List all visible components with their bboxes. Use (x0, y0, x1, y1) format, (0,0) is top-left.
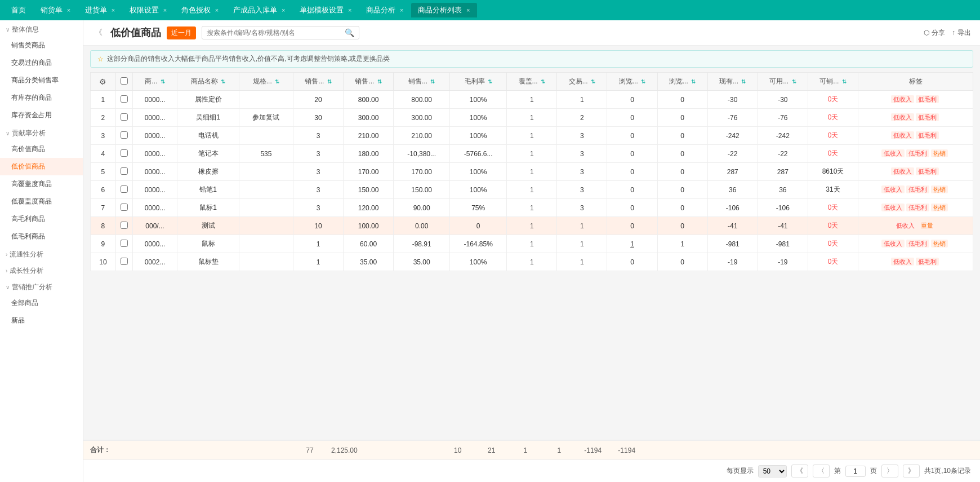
cell-browse1[interactable]: 0 (607, 109, 657, 127)
close-analysis-list-icon[interactable]: × (466, 7, 470, 14)
cell-checkbox[interactable] (115, 199, 132, 217)
col-avail[interactable]: 可用... ⇅ (758, 73, 808, 91)
cell-checkbox[interactable] (115, 235, 132, 253)
row-checkbox[interactable] (121, 222, 128, 229)
share-btn[interactable]: ⬡ 分享 (924, 28, 945, 38)
select-all-checkbox[interactable] (121, 77, 128, 85)
row-checkbox[interactable] (121, 240, 128, 247)
nav-goods-analysis[interactable]: 商品分析 × (359, 3, 410, 17)
cell-browse1[interactable]: 0 (607, 127, 657, 145)
sidebar-item-sales-goods[interactable]: 销售类商品 (0, 37, 83, 54)
col-sales1[interactable]: 销售... ⇅ (344, 73, 394, 91)
cell-browse1[interactable]: 0 (607, 91, 657, 109)
cell-checkbox[interactable] (115, 91, 132, 109)
nav-template[interactable]: 单据模板设置 × (293, 3, 358, 17)
row-checkbox[interactable] (121, 204, 128, 211)
nav-auth-settings[interactable]: 权限设置 × (123, 3, 173, 17)
row-checkbox[interactable] (121, 149, 128, 157)
page-size-select[interactable]: 50 100 200 (758, 465, 787, 477)
sidebar-group-marketing[interactable]: ∨ 营销推广分析 (0, 278, 83, 294)
cell-browse1[interactable]: 0 (607, 181, 657, 199)
close-role-icon[interactable]: × (215, 7, 219, 14)
sidebar-item-traded-goods[interactable]: 交易过的商品 (0, 54, 83, 72)
sidebar-item-low-margin[interactable]: 低毛利商品 (0, 228, 83, 245)
sidebar-item-stock-goods[interactable]: 有库存的商品 (0, 89, 83, 107)
col-spec[interactable]: 规格... ⇅ (239, 73, 293, 91)
sidebar-group-contribution[interactable]: ∨ 贡献率分析 (0, 124, 83, 140)
last-page-btn[interactable]: 》 (903, 465, 920, 477)
sidebar-item-low-value[interactable]: 低价值商品 (0, 158, 83, 175)
col-name[interactable]: 商品名称 ⇅ (177, 73, 239, 91)
col-sales-qty[interactable]: 销售... ⇅ (293, 73, 343, 91)
col-stock[interactable]: 现有... ⇅ (707, 73, 758, 91)
col-gross-rate[interactable]: 毛利率 ⇅ (450, 73, 507, 91)
sidebar-group-overall[interactable]: ∨ 整体信息 (0, 20, 83, 37)
first-page-btn[interactable]: 《 (791, 465, 808, 477)
date-filter-btn[interactable]: 近一月 (167, 26, 196, 39)
close-auth-icon[interactable]: × (163, 7, 167, 14)
sidebar-group-circulation[interactable]: › 流通性分析 (0, 245, 83, 262)
col-browse2[interactable]: 浏览... ⇅ (657, 73, 707, 91)
cell-browse1[interactable]: 0 (607, 163, 657, 181)
table-row: 8 000/... 测试 10 100.00 0.00 0 1 1 0 0 -4… (91, 217, 973, 235)
cell-checkbox[interactable] (115, 109, 132, 127)
sidebar-item-all-goods[interactable]: 全部商品 (0, 294, 83, 312)
close-storage-icon[interactable]: × (282, 7, 285, 14)
sidebar-item-category-rate[interactable]: 商品分类销售率 (0, 72, 83, 89)
cell-name: 测试 (177, 217, 239, 235)
col-trade[interactable]: 交易... ⇅ (557, 73, 607, 91)
settings-icon[interactable]: ⚙ (99, 77, 106, 86)
close-purchase-icon[interactable]: × (112, 7, 115, 14)
cell-browse1[interactable]: 0 (607, 217, 657, 235)
row-checkbox[interactable] (121, 131, 128, 139)
col-code[interactable]: 商... ⇅ (132, 73, 177, 91)
sidebar-item-high-coverage[interactable]: 高覆盖度商品 (0, 175, 83, 193)
nav-goods-analysis-list[interactable]: 商品分析列表 × (411, 3, 476, 17)
cell-checkbox[interactable] (115, 181, 132, 199)
cell-browse1[interactable]: 0 (607, 145, 657, 163)
col-checkbox-header[interactable] (115, 73, 132, 91)
cell-checkbox[interactable] (115, 217, 132, 235)
cell-browse1[interactable]: 0 (607, 199, 657, 217)
cell-browse1[interactable]: 1 (607, 235, 657, 253)
row-checkbox[interactable] (121, 258, 128, 265)
next-page-btn[interactable]: 〉 (881, 465, 898, 477)
sidebar-item-high-margin[interactable]: 高毛利商品 (0, 210, 83, 228)
cell-checkbox[interactable] (115, 163, 132, 181)
search-input[interactable] (207, 29, 342, 37)
cell-checkbox[interactable] (115, 145, 132, 163)
sidebar-item-stock-capital[interactable]: 库存资金占用 (0, 107, 83, 124)
nav-purchase[interactable]: 进货单 × (78, 3, 122, 17)
sidebar-item-high-value[interactable]: 高价值商品 (0, 140, 83, 158)
cell-browse1[interactable]: 0 (607, 253, 657, 271)
page-number-input[interactable] (845, 466, 866, 477)
cell-checkbox[interactable] (115, 253, 132, 271)
nav-role[interactable]: 角色授权 × (175, 3, 225, 17)
close-sales-icon[interactable]: × (67, 7, 70, 14)
col-sales2[interactable]: 销售... ⇅ (394, 73, 450, 91)
cell-code: 0002... (132, 253, 177, 271)
nav-product-storage[interactable]: 产成品入库单 × (226, 3, 292, 17)
row-checkbox[interactable] (121, 167, 128, 175)
nav-home[interactable]: 首页 (5, 3, 33, 17)
col-cover[interactable]: 覆盖... ⇅ (507, 73, 557, 91)
search-icon[interactable]: 🔍 (345, 28, 354, 37)
prev-page-btn[interactable]: 〈 (813, 465, 830, 477)
col-browse1[interactable]: 浏览... ⇅ (607, 73, 657, 91)
collapse-sidebar-btn[interactable]: 《 (92, 28, 105, 38)
cell-checkbox[interactable] (115, 127, 132, 145)
nav-sales[interactable]: 销货单 × (34, 3, 77, 17)
close-analysis-icon[interactable]: × (400, 7, 403, 14)
col-salable[interactable]: 可销... ⇅ (808, 73, 858, 91)
row-checkbox[interactable] (121, 185, 128, 193)
cell-no: 8 (91, 217, 116, 235)
export-btn[interactable]: ↑ 导出 (952, 28, 971, 38)
total-values: 77 2,125.00 10 21 1 1 -1194 -1194 (135, 446, 973, 454)
row-checkbox[interactable] (121, 95, 128, 103)
close-template-icon[interactable]: × (348, 7, 351, 14)
sidebar-item-new-goods[interactable]: 新品 (0, 312, 83, 329)
col-settings[interactable]: ⚙ (91, 73, 116, 91)
sidebar-item-low-coverage[interactable]: 低覆盖度商品 (0, 193, 83, 210)
row-checkbox[interactable] (121, 113, 128, 121)
sidebar-group-growth[interactable]: › 成长性分析 (0, 262, 83, 278)
